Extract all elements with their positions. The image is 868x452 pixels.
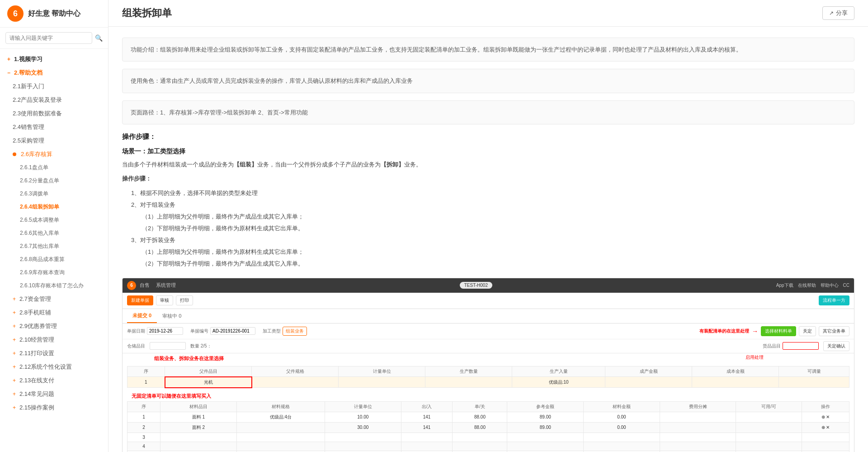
search-input[interactable] (5, 32, 92, 44)
mock-tab-1: 未提交 0 (127, 309, 157, 323)
mock-lcol-mat-spec: 材料规格 (236, 401, 325, 412)
mock-cell: 88.00 (453, 412, 507, 422)
nav-item-2-2[interactable]: 2.2产品安装及登录 (0, 93, 108, 107)
mock-cell: 1 (127, 377, 165, 388)
mock-lcol-price: 单/关 (453, 401, 507, 412)
mock-cell (236, 422, 325, 433)
mock-confirm-btn: 关定 (799, 326, 816, 336)
mock-lcol-inout: 出/入 (401, 401, 453, 412)
nav-item-2-6-3[interactable]: 2.6.3调拨单 (0, 187, 108, 200)
share-label: 分享 (836, 9, 848, 17)
mock-lower-row-3: 3 (127, 433, 849, 442)
nav-item-2-10[interactable]: + 2.10经营管理 (0, 333, 108, 347)
scenario1-title: 场景一：加工类型选择 (122, 147, 854, 156)
nav-label: 2.14常见问题 (19, 390, 54, 398)
mock-lower-table: 序 材料品目 材料规格 计量单位 出/入 单/关 参考金额 材料金额 费用分摊 … (127, 401, 849, 452)
app-name: 好生意 帮助中心 (28, 9, 80, 19)
nav-item-2-7[interactable]: + 2.7资金管理 (0, 292, 108, 306)
mock-cell: ⊕ ✕ (802, 412, 849, 422)
step-3: 3、对于拆装业务 (131, 234, 854, 246)
nav-item-2-6-6[interactable]: 2.6.6其他入库单 (0, 227, 108, 240)
steps-title: 操作步骤： (122, 173, 854, 185)
nav-item-2-6-5[interactable]: 2.6.5成本调整单 (0, 214, 108, 227)
sidebar: 6 好生意 帮助中心 🔍 + 1.视频学习 − 2.帮助文档 2.1新手入门 2… (0, 0, 108, 452)
expand-icon: + (13, 350, 16, 357)
nav-item-2-6-7[interactable]: 2.6.7其他出库单 (0, 240, 108, 253)
nav-item-2-6-8[interactable]: 2.6.8商品成本重算 (0, 253, 108, 266)
mock-num-input (210, 327, 255, 335)
mock-lcol-ref-amt: 参考金额 (507, 401, 584, 412)
nav-label: 2.3使用前数据准备 (13, 109, 62, 118)
mock-warehouse-label: 货品品目 (763, 343, 781, 349)
mock-num-label: 单据编号 (190, 328, 208, 334)
nav-label: 2.8手机旺辅 (19, 309, 51, 317)
content-body: 功能介绍：组装拆卸单用来处理企业组装或拆卸等加工业务，支持有固定装配清单的产品加… (108, 27, 868, 452)
nav-item-2-15[interactable]: + 2.15操作案例 (0, 401, 108, 414)
nav-item-2-1[interactable]: 2.1新手入门 (0, 80, 108, 93)
mock-date-label: 单据日期 (127, 328, 145, 334)
mock-col-parent-spec: 父件规格 (252, 366, 339, 377)
annotation-arrow-right: → (752, 328, 758, 335)
mock-cell: 89.00 (507, 422, 584, 433)
search-button[interactable]: 🔍 (95, 34, 103, 42)
role-block: 使用角色：通常由生产人员或库管人员完成拆装业务的操作，库管人员确认原材料的出库和… (122, 69, 854, 93)
nav-item-2-4[interactable]: 2.4销售管理 (0, 120, 108, 134)
share-button[interactable]: ↗ 分享 (822, 6, 854, 20)
mock-cell: 优级品:4台 (236, 412, 325, 422)
sidebar-header: 6 好生意 帮助中心 (0, 0, 108, 28)
nav-item-2-9[interactable]: + 2.9优惠券管理 (0, 319, 108, 333)
mock-other-btn: 其它业务单 (819, 326, 849, 336)
nav-item-2-6-10[interactable]: 2.6.10库存账本错了怎么办 (0, 279, 108, 292)
nav-label: 2.9优惠券管理 (19, 322, 57, 330)
page-title: 组装拆卸单 (122, 6, 172, 20)
mock-col-cost2: 成本金额 (692, 366, 779, 377)
mock-lcol-seq: 序 (127, 401, 160, 412)
mock-type-label: 加工类型 (263, 328, 281, 334)
nav-item-2[interactable]: − 2.帮助文档 (0, 66, 108, 80)
nav-item-2-12[interactable]: + 2.12系统个性化设置 (0, 360, 108, 374)
mock-lower-row-4: 4 (127, 442, 849, 451)
mock-warehouse-input (783, 342, 819, 350)
nav-item-2-11[interactable]: + 2.11打印设置 (0, 347, 108, 360)
mock-cell (660, 422, 736, 433)
collapse-icon: − (7, 70, 10, 76)
nav-label: 2.4销售管理 (13, 123, 44, 131)
search-box: 🔍 (0, 28, 108, 49)
mock-date-input (147, 327, 183, 335)
nav-item-2-14[interactable]: + 2.14常见问题 (0, 387, 108, 401)
mock-cell (252, 377, 339, 388)
mock-annotation-row: 组装业务、拆卸业务在这里选择 启用处理 (123, 353, 854, 364)
mock-app-bar: 6 自售 系统管理 TEST-H002 App下载 在线帮助 帮助中心 CC (123, 278, 854, 293)
nav-item-2-13[interactable]: + 2.13在线支付 (0, 374, 108, 387)
mock-lcol-mat-name: 材料品目 (160, 401, 237, 412)
mock-cell: 88.00 (453, 422, 507, 433)
nav-item-2-5[interactable]: 2.5采购管理 (0, 134, 108, 147)
mock-type-field: 加工类型 组装业务 (263, 327, 307, 336)
path-block: 页面路径：1、库存核算->库存管理->组装拆卸单 2、首页->常用功能 (122, 100, 854, 124)
nav-label: 2.6.1盘点单 (20, 164, 48, 171)
mock-cell: 0.00 (584, 422, 660, 433)
nav-item-1[interactable]: + 1.视频学习 (0, 52, 108, 66)
nav-item-2-8[interactable]: + 2.8手机旺辅 (0, 306, 108, 319)
nav-item-2-6-4[interactable]: 2.6.4组装拆卸单 (0, 200, 108, 214)
mock-tabs: 未提交 0 审核中 0 (123, 309, 854, 324)
expand-icon: + (13, 296, 16, 302)
mock-new-btn: 新建单据 (127, 295, 153, 305)
mock-cell: ⊕ ✕ (802, 422, 849, 433)
nav-item-2-3[interactable]: 2.3使用前数据准备 (0, 107, 108, 120)
nav-item-2-6-2[interactable]: 2.6.2分量盘点单 (0, 174, 108, 187)
mock-second-row: 仓储品目 数量 2/5： 货品品目 关定确认 (123, 339, 854, 353)
nav-item-2-6-1[interactable]: 2.6.1盘点单 (0, 161, 108, 174)
mock-right-cc: CC (843, 283, 849, 288)
share-icon: ↗ (829, 10, 834, 16)
mock-right-app: App下载 (776, 282, 793, 289)
nav-label: 2.帮助文档 (14, 69, 42, 77)
mock-cell: 优级品:10 (512, 377, 605, 388)
mock-type-value: 组装业务 (283, 327, 307, 336)
nav-item-2-6-9[interactable]: 2.6.9库存账本查询 (0, 266, 108, 279)
annotation-bom-text: 有装配清单的在这里处理 (699, 328, 749, 334)
nav-item-2-6[interactable]: 2.6库存核算 (0, 147, 108, 161)
expand-icon: + (13, 309, 16, 316)
mock-upper-table: 序 父件品目 父件规格 计量单位 生产数量 生产入量 成产金额 成本金额 可调量 (127, 366, 849, 388)
step-2-2: （2）下部明细为子件明细，最终作为原材料生成其它出库单。 (142, 223, 854, 234)
